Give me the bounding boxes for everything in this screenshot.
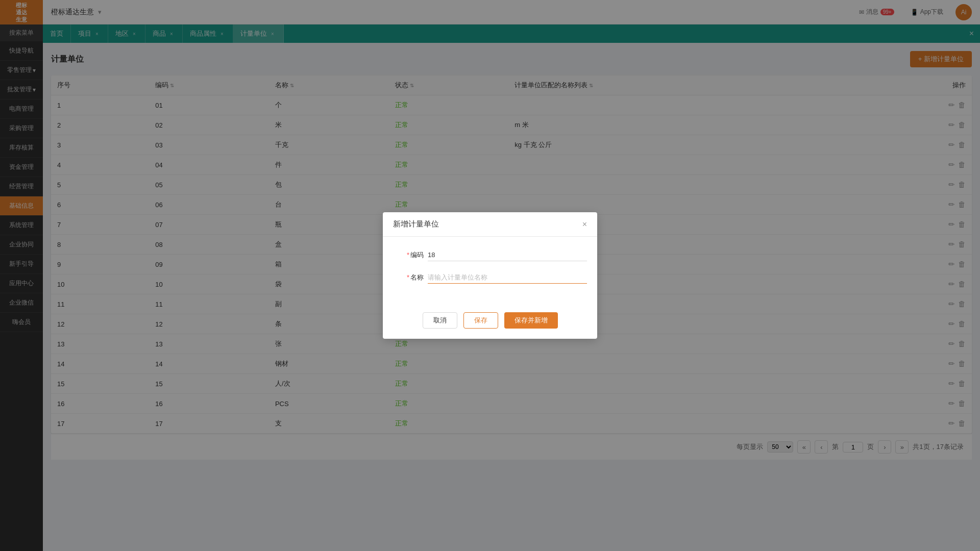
- form-row-code: *编码: [393, 249, 587, 261]
- save-and-add-button[interactable]: 保存并新增: [504, 312, 558, 329]
- code-input[interactable]: [428, 249, 587, 261]
- modal-body: *编码 *名称: [383, 237, 597, 306]
- add-unit-modal: 新增计量单位 × *编码 *名称 取消 保存 保存并新增: [383, 212, 597, 339]
- modal-title: 新增计量单位: [393, 219, 439, 229]
- code-label: *编码: [393, 251, 424, 260]
- modal-overlay[interactable]: 新增计量单位 × *编码 *名称 取消 保存 保存并新增: [0, 0, 980, 551]
- name-input[interactable]: [428, 271, 587, 284]
- save-button[interactable]: 保存: [463, 312, 498, 329]
- form-row-name: *名称: [393, 271, 587, 284]
- name-label: *名称: [393, 273, 424, 282]
- modal-close-button[interactable]: ×: [582, 220, 587, 229]
- modal-footer: 取消 保存 保存并新增: [383, 306, 597, 339]
- cancel-button[interactable]: 取消: [423, 312, 457, 329]
- modal-header: 新增计量单位 ×: [383, 212, 597, 237]
